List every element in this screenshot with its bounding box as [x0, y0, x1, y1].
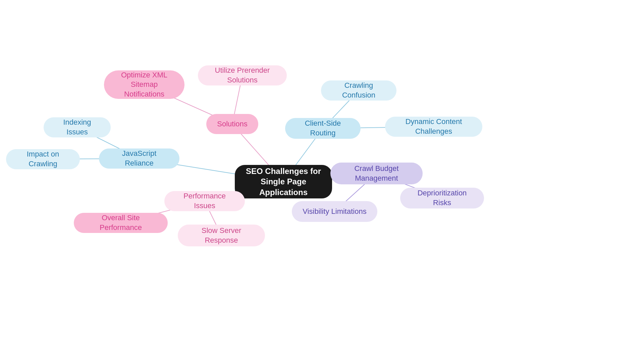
- client-side-routing-node[interactable]: Client-Side Routing: [285, 118, 361, 139]
- dynamic-content-challenges-node[interactable]: Dynamic Content Challenges: [385, 117, 482, 137]
- utilize-prerender-node[interactable]: Utilize Prerender Solutions: [198, 65, 287, 85]
- slow-server-response-node[interactable]: Slow Server Response: [178, 225, 265, 246]
- overall-site-performance-node[interactable]: Overall Site Performance: [74, 213, 168, 233]
- crawl-budget-management-node[interactable]: Crawl Budget Management: [330, 163, 423, 184]
- indexing-issues-node[interactable]: Indexing Issues: [44, 117, 111, 137]
- crawling-confusion-node[interactable]: Crawling Confusion: [321, 80, 396, 101]
- solutions-node[interactable]: Solutions: [206, 114, 258, 134]
- javascript-reliance-node[interactable]: JavaScript Reliance: [99, 148, 179, 169]
- optimize-xml-node[interactable]: Optimize XML Sitemap Notifications: [104, 70, 184, 99]
- impact-on-crawling-node[interactable]: Impact on Crawling: [6, 149, 80, 169]
- performance-issues-node[interactable]: Performance Issues: [164, 191, 245, 211]
- center-node[interactable]: SEO Challenges for Single Page Applicati…: [235, 165, 332, 198]
- deprioritization-risks-node[interactable]: Deprioritization Risks: [400, 188, 484, 208]
- visibility-limitations-node[interactable]: Visibility Limitations: [292, 201, 377, 222]
